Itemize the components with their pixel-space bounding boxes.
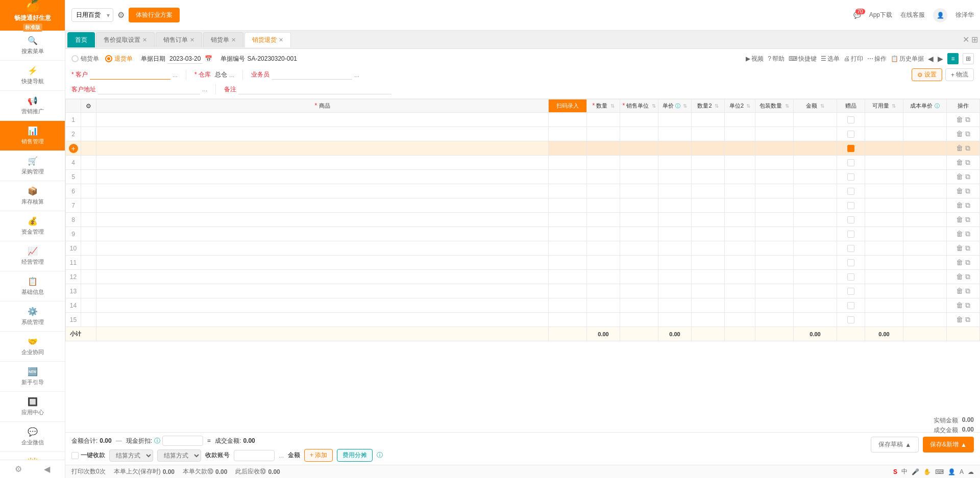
gift-checkbox[interactable] (847, 273, 854, 281)
gift-checkbox[interactable] (847, 202, 854, 209)
copy-icon[interactable]: ⧉ (965, 158, 970, 167)
row-qty2[interactable] (692, 141, 725, 156)
copy-icon[interactable]: ⧉ (965, 230, 970, 238)
row-qty2[interactable] (692, 284, 725, 298)
gift-checkbox[interactable] (847, 288, 854, 295)
select-link[interactable]: ☰ 选单 (821, 55, 840, 63)
row-gift[interactable] (837, 170, 865, 184)
row-price[interactable] (658, 313, 692, 327)
settings-bottom-icon[interactable]: ⚙ (15, 464, 22, 474)
row-unit[interactable] (620, 113, 658, 127)
row-unit[interactable] (620, 298, 658, 313)
delete-icon[interactable]: 🗑 (956, 144, 963, 153)
row-qty2[interactable] (692, 227, 725, 241)
delete-icon[interactable]: 🗑 (956, 301, 963, 310)
row-gift[interactable] (837, 127, 865, 141)
row-goods[interactable] (96, 241, 549, 256)
gift-checkbox[interactable] (847, 302, 854, 309)
sidebar-item-member[interactable]: 👑 畅会员 (0, 452, 65, 460)
row-pkg[interactable] (755, 184, 794, 198)
row-pkg[interactable] (755, 298, 794, 313)
gift-checkbox[interactable] (847, 316, 854, 323)
row-qty[interactable] (587, 198, 620, 213)
row-amount[interactable] (794, 241, 837, 256)
row-qty2[interactable] (692, 184, 725, 198)
row-gift[interactable] (837, 241, 865, 256)
row-unit2[interactable] (725, 227, 755, 241)
row-unit[interactable] (620, 156, 658, 170)
row-goods[interactable] (96, 127, 549, 141)
copy-icon[interactable]: ⧉ (965, 315, 970, 324)
row-qty2[interactable] (692, 298, 725, 313)
row-unit[interactable] (620, 198, 658, 213)
row-amount[interactable] (794, 170, 837, 184)
row-price[interactable] (658, 198, 692, 213)
gift-checkbox[interactable] (847, 131, 854, 138)
row-qty2[interactable] (692, 241, 725, 256)
experience-button[interactable]: 体验行业方案 (129, 8, 180, 22)
sidebar-item-apps[interactable]: 🔲 应用中心 (0, 392, 65, 422)
gift-checkbox[interactable] (847, 188, 854, 195)
row-pkg[interactable] (755, 113, 794, 127)
row-amount[interactable] (794, 256, 837, 270)
row-amount[interactable] (794, 113, 837, 127)
row-qty[interactable] (587, 241, 620, 256)
delete-icon[interactable]: 🗑 (956, 130, 963, 138)
payment-check[interactable] (71, 452, 79, 459)
row-goods[interactable] (96, 156, 549, 170)
unit2-sort-icon[interactable]: ⇅ (746, 103, 750, 109)
row-gift[interactable] (837, 313, 865, 327)
industry-dropdown[interactable]: 日用百货 ▾ (71, 8, 113, 22)
warehouse-dots[interactable]: ... (229, 71, 234, 79)
shortcut-link[interactable]: ⌨ 快捷键 (789, 55, 817, 63)
tab-close-all-icon[interactable]: ✕ (963, 35, 969, 44)
row-qty[interactable] (587, 270, 620, 284)
sidebar-item-marketing[interactable]: 📢 营销推广 (0, 91, 65, 121)
row-price[interactable] (658, 170, 692, 184)
row-price[interactable] (658, 141, 692, 156)
row-price[interactable] (658, 227, 692, 241)
row-unit[interactable] (620, 270, 658, 284)
row-gift[interactable] (837, 184, 865, 198)
tab-order-close-icon[interactable]: ✕ (190, 37, 194, 43)
salesperson-input[interactable] (272, 70, 352, 80)
copy-icon[interactable]: ⧉ (965, 287, 970, 295)
copy-icon[interactable]: ⧉ (965, 115, 970, 124)
row-pkg[interactable] (755, 127, 794, 141)
row-price[interactable] (658, 127, 692, 141)
row-pkg[interactable] (755, 256, 794, 270)
sidebar-item-shortcut[interactable]: ⚡ 快捷导航 (0, 61, 65, 91)
delete-icon[interactable]: 🗑 (956, 230, 963, 238)
save-draft-button[interactable]: 保存草稿 ▲ (871, 437, 919, 452)
row-unit[interactable] (620, 141, 658, 156)
add-button[interactable]: + 添加 (304, 449, 333, 462)
tab-expand-icon[interactable]: ⊞ (971, 35, 978, 44)
row-qty[interactable] (587, 227, 620, 241)
address-dots[interactable]: ... (202, 86, 207, 93)
row-gift[interactable] (837, 298, 865, 313)
th-scan[interactable]: 扫码录入 (549, 99, 587, 113)
sidebar-item-guide[interactable]: 🆕 新手引导 (0, 362, 65, 392)
tab-home[interactable]: 首页 (67, 32, 95, 47)
copy-icon[interactable]: ⧉ (965, 244, 970, 253)
copy-icon[interactable]: ⧉ (965, 215, 970, 224)
row-price[interactable] (658, 113, 692, 127)
row-unit2[interactable] (725, 213, 755, 227)
th-gear[interactable]: ⚙ (81, 99, 96, 113)
ime-icon-person[interactable]: 👤 (948, 468, 955, 475)
ime-icon-hand[interactable]: ✋ (923, 468, 931, 475)
tab-delivery-close-icon[interactable]: ✕ (231, 37, 236, 43)
delete-icon[interactable]: 🗑 (956, 244, 963, 253)
row-goods[interactable] (96, 184, 549, 198)
accounting-method-select[interactable]: 结算方式 (109, 449, 153, 462)
row-qty[interactable] (587, 156, 620, 170)
row-unit2[interactable] (725, 170, 755, 184)
row-unit2[interactable] (725, 298, 755, 313)
row-goods[interactable] (96, 313, 549, 327)
video-link[interactable]: ▶ 视频 (746, 55, 764, 63)
row-gift[interactable] (837, 156, 865, 170)
gift-checkbox[interactable] (847, 245, 854, 252)
sidebar-item-basic[interactable]: 📋 基础信息 (0, 271, 65, 301)
row-qty[interactable] (587, 256, 620, 270)
row-pkg[interactable] (755, 156, 794, 170)
